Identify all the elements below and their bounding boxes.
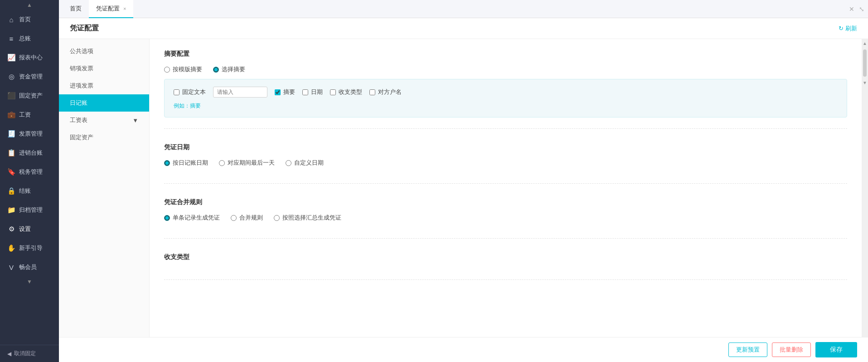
settings-icon: ⚙ [7,225,15,233]
voucher-date-custom[interactable]: 自定义日期 [286,159,324,167]
sidebar-item-archive[interactable]: 📁 归档管理 [0,201,59,220]
tab-home[interactable]: 首页 [63,0,89,18]
left-menu-purchase-invoice[interactable]: 进项发票 [59,77,149,94]
sidebar-label-funds: 资金管理 [19,73,43,81]
sidebar-label-tax: 税务管理 [19,168,43,176]
abstract-select-label: 选择摘要 [222,65,245,73]
income-type-section: 收支类型 [164,253,847,280]
merge-single[interactable]: 单条记录生成凭证 [164,214,220,222]
voucher-date-title: 凭证日期 [164,143,847,152]
abstract-radio-template[interactable]: 按模版摘要 [164,65,202,73]
custom-date-radio[interactable] [286,160,291,166]
checkbox-counterpart[interactable]: 对方户名 [369,88,402,96]
abstract-radio-select[interactable]: 选择摘要 [213,65,245,73]
merge-summarize[interactable]: 按照选择汇总生成凭证 [274,214,341,222]
summarize-radio[interactable] [274,215,280,221]
checkbox-fixed-text[interactable]: 固定文本 [174,88,206,96]
funds-icon: ◎ [7,73,15,81]
expand-icon[interactable]: ⤡ [859,5,864,13]
sidebar-item-invoice-mgmt[interactable]: 🧾 发票管理 [0,124,59,143]
sidebar-item-funds[interactable]: ◎ 资金管理 [0,67,59,86]
guide-icon: ✋ [7,244,15,252]
menu-label-purchase-invoice: 进项发票 [70,82,93,90]
sidebar-item-guide[interactable]: ✋ 新手引导 [0,239,59,258]
batch-delete-button[interactable]: 批量删除 [772,342,811,357]
sidebar-label-assets: 固定资产 [19,92,43,100]
sidebar-item-purchase-sales[interactable]: 📋 进销台账 [0,143,59,162]
sidebar-label-purchase-sales: 进销台账 [19,149,43,157]
merge-rules-radio-group: 单条记录生成凭证 合并规则 按照选择汇总生成凭证 [164,214,847,222]
archive-icon: 📁 [7,206,15,214]
sidebar-item-settings[interactable]: ⚙ 设置 [0,220,59,239]
counterpart-checkbox[interactable] [369,89,375,95]
checkbox-date[interactable]: 日期 [302,88,323,96]
abstract-radio-group: 按模版摘要 选择摘要 [164,65,847,73]
left-menu-journal[interactable]: 日记账 [59,94,149,112]
merge-rule[interactable]: 合并规则 [231,214,263,222]
purchase-sales-icon: 📋 [7,149,15,157]
sidebar: ▲ ⌂ 首页 ≡ 总账 📈 报表中心 ◎ 资金管理 ⬛ 固定资产 💼 工资 🧾 … [0,0,59,362]
refresh-label: 刷新 [845,24,857,33]
left-menu-sales-invoice[interactable]: 销项发票 [59,60,149,77]
scroll-down-arrow[interactable]: ▼ [862,78,868,87]
scroll-up-arrow[interactable]: ▲ [862,39,868,48]
invoice-mgmt-icon: 🧾 [7,130,15,138]
sidebar-unpin[interactable]: ◀ 取消固定 [0,345,59,362]
abstract-checkbox[interactable] [275,89,281,95]
payroll-icon: 💼 [7,111,15,119]
sidebar-item-member[interactable]: V 畅会员 [0,258,59,277]
income-type-label: 收支类型 [339,88,362,96]
scroll-thumb[interactable] [863,49,867,77]
sidebar-item-ledger[interactable]: ≡ 总账 [0,29,59,48]
fixed-text-checkbox[interactable] [174,89,179,95]
menu-label-public: 公共选项 [70,47,93,55]
sidebar-label-settings: 设置 [19,225,31,233]
member-icon: V [7,264,15,271]
journal-date-label: 按日记账日期 [173,159,208,167]
sidebar-item-reports[interactable]: 📈 报表中心 [0,48,59,67]
right-content: 摘要配置 按模版摘要 选择摘要 固定文本 [150,39,862,337]
fixed-text-input[interactable] [213,87,267,98]
abstract-select-radio[interactable] [213,67,219,73]
sidebar-label-ledger: 总账 [19,34,31,43]
income-type-title: 收支类型 [164,253,847,261]
tab-bar: 首页 凭证配置 × ✕ ⤡ [59,0,868,18]
unpin-icon: ◀ [7,351,11,357]
checkbox-abstract[interactable]: 摘要 [275,88,295,96]
tab-voucher-config[interactable]: 凭证配置 × [89,0,133,18]
abstract-label: 摘要 [283,88,295,96]
sidebar-scroll-down[interactable]: ▼ [0,277,59,287]
abstract-config-section: 摘要配置 按模版摘要 选择摘要 固定文本 [164,50,847,129]
voucher-date-section: 凭证日期 按日记账日期 对应期间最后一天 自定义日期 [164,143,847,184]
sidebar-item-tax[interactable]: 🔖 税务管理 [0,162,59,181]
left-menu-public[interactable]: 公共选项 [59,43,149,60]
income-type-checkbox[interactable] [330,89,336,95]
sidebar-item-payroll[interactable]: 💼 工资 [0,105,59,124]
sidebar-scroll-up[interactable]: ▲ [0,0,59,10]
save-button[interactable]: 保存 [815,342,857,357]
sidebar-item-closing[interactable]: 🔒 结账 [0,181,59,201]
close-window-icon[interactable]: ✕ [849,5,854,13]
expand-arrow-icon: ▼ [132,117,138,124]
merge-radio[interactable] [231,215,237,221]
sidebar-label-reports: 报表中心 [19,54,43,62]
single-radio[interactable] [164,215,170,221]
sidebar-item-home[interactable]: ⌂ 首页 [0,10,59,29]
voucher-date-journal[interactable]: 按日记账日期 [164,159,208,167]
tax-icon: 🔖 [7,168,15,176]
update-preview-button[interactable]: 更新预置 [728,342,767,357]
refresh-button[interactable]: ↻ 刷新 [839,24,857,33]
home-icon: ⌂ [7,16,15,24]
journal-date-radio[interactable] [164,160,170,166]
last-day-radio[interactable] [219,160,225,166]
left-menu-payroll-table[interactable]: 工资表 ▼ [59,112,149,129]
checkbox-income-type[interactable]: 收支类型 [330,88,362,96]
tab-close-icon[interactable]: × [123,6,126,11]
abstract-template-label: 按模版摘要 [173,65,202,73]
left-menu-fixed-assets[interactable]: 固定资产 [59,129,149,146]
date-checkbox[interactable] [302,89,308,95]
scroll-track: ▲ ▼ [862,39,868,337]
voucher-date-last-day[interactable]: 对应期间最后一天 [219,159,275,167]
sidebar-item-assets[interactable]: ⬛ 固定资产 [0,86,59,105]
abstract-template-radio[interactable] [164,67,170,73]
